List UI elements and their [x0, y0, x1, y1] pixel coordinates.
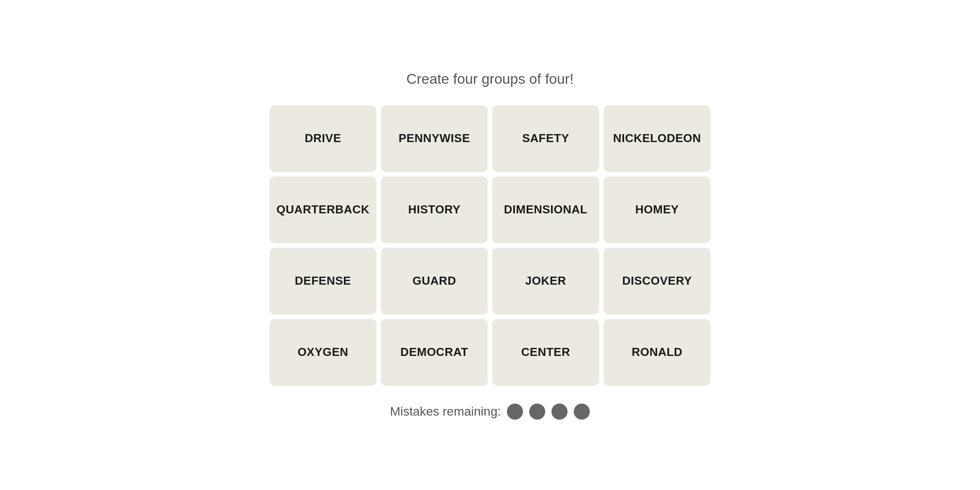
card-drive[interactable]: DRIVE [270, 105, 376, 172]
card-label-oxygen: OXYGEN [298, 345, 348, 359]
mistakes-row: Mistakes remaining: [390, 404, 590, 420]
card-dimensional[interactable]: DIMENSIONAL [492, 176, 599, 243]
game-subtitle: Create four groups of four! [406, 71, 573, 87]
mistakes-dots [507, 404, 590, 420]
card-history[interactable]: HISTORY [381, 176, 488, 243]
card-label-nickelodeon: NICKELODEON [613, 131, 701, 145]
mistake-dot-3 [551, 404, 568, 420]
card-label-guard: GUARD [412, 274, 456, 288]
card-guard[interactable]: GUARD [381, 248, 488, 314]
mistake-dot-4 [574, 404, 590, 420]
game-container: Create four groups of four! DRIVEPENNYWI… [270, 71, 710, 420]
card-safety[interactable]: SAFETY [492, 105, 599, 172]
card-label-discovery: DISCOVERY [622, 274, 692, 288]
mistake-dot-2 [529, 404, 545, 420]
card-nickelodeon[interactable]: NICKELODEON [604, 105, 710, 172]
card-democrat[interactable]: DEMOCRAT [381, 319, 488, 386]
card-discovery[interactable]: DISCOVERY [604, 248, 710, 314]
card-label-quarterback: QUARTERBACK [276, 203, 369, 216]
card-defense[interactable]: DEFENSE [270, 248, 376, 314]
mistakes-label: Mistakes remaining: [390, 404, 501, 419]
mistake-dot-1 [507, 404, 523, 420]
card-ronald[interactable]: RONALD [604, 319, 710, 386]
card-label-safety: SAFETY [522, 131, 569, 145]
card-label-homey: HOMEY [635, 203, 679, 216]
card-label-defense: DEFENSE [295, 274, 351, 288]
card-label-history: HISTORY [408, 203, 461, 216]
card-pennywise[interactable]: PENNYWISE [381, 105, 488, 172]
card-label-dimensional: DIMENSIONAL [504, 203, 588, 216]
card-homey[interactable]: HOMEY [604, 176, 710, 243]
card-label-drive: DRIVE [305, 131, 341, 145]
card-label-center: CENTER [521, 345, 570, 359]
card-label-pennywise: PENNYWISE [399, 131, 470, 145]
card-quarterback[interactable]: QUARTERBACK [270, 176, 376, 243]
word-grid: DRIVEPENNYWISESAFETYNICKELODEONQUARTERBA… [270, 105, 710, 386]
card-label-democrat: DEMOCRAT [400, 345, 468, 359]
card-center[interactable]: CENTER [492, 319, 599, 386]
card-label-ronald: RONALD [632, 345, 682, 359]
card-label-joker: JOKER [525, 274, 566, 288]
card-oxygen[interactable]: OXYGEN [270, 319, 376, 386]
card-joker[interactable]: JOKER [492, 248, 599, 314]
